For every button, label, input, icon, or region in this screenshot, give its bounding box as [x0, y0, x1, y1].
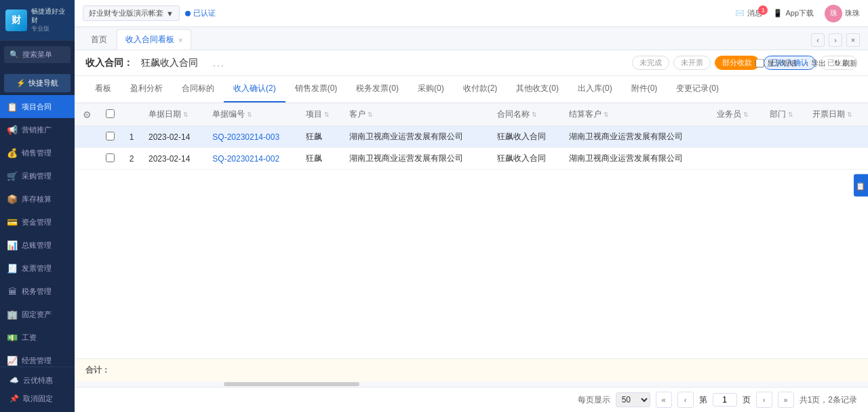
sidebar-cloud-deal[interactable]: ☁️ 云优特惠: [4, 371, 71, 390]
cell-invoicedate-2: [806, 148, 868, 170]
sidebar-search-area: 🔍 搜索菜单: [0, 41, 75, 69]
quick-nav-button[interactable]: ⚡ 快捷导航: [4, 74, 71, 92]
quick-nav-label: 快捷导航: [28, 78, 58, 88]
col-date[interactable]: 单据日期⇅: [142, 103, 205, 126]
sidebar-item-label-invoice: 发票管理: [22, 263, 52, 274]
search-menu-button[interactable]: 🔍 搜索菜单: [4, 46, 71, 63]
cell-contract-1: 狂飙收入合同: [490, 126, 563, 148]
refresh-button[interactable]: ↻ 刷新: [834, 58, 857, 68]
subtab-in-out-stock[interactable]: 出入库(0): [568, 76, 622, 102]
order-link-2[interactable]: SQ-20230214-002: [212, 154, 279, 164]
cell-project-2: 狂飙: [299, 148, 342, 170]
pill-uninvoiced[interactable]: 未开票: [673, 56, 711, 70]
horizontal-scrollbar[interactable]: [75, 381, 868, 387]
cell-settlement-2: 湖南卫视商业运营发展有限公司: [562, 148, 710, 170]
topbar-left: 好业财专业版演示帐套 ▼ 已认证: [83, 5, 216, 21]
order-link-1[interactable]: SQ-20230214-003: [212, 132, 279, 142]
scroll-thumb[interactable]: [224, 382, 359, 386]
company-name: 好业财专业版演示帐套: [89, 8, 163, 18]
contract-header: 收入合同： 狂飙收入合同 ... 未完成 未开票 部分收款 已收入确认 已生效 …: [75, 50, 868, 76]
subtab-contract-items[interactable]: 合同标的: [172, 76, 224, 102]
sidebar-item-label-purchase: 采购管理: [22, 171, 52, 181]
next-page-button[interactable]: ›: [756, 392, 772, 408]
message-button[interactable]: ✉️ 消息 1: [735, 8, 762, 18]
subtab-sales-invoice[interactable]: 销售发票(0): [285, 76, 347, 102]
sidebar-item-label-tax: 税务管理: [22, 286, 52, 297]
first-page-button[interactable]: «: [656, 392, 672, 408]
sidebar-item-label-finance: 资金管理: [22, 217, 52, 227]
sidebar-item-inventory[interactable]: 📦 库存核算: [0, 187, 75, 210]
sidebar-item-purchase[interactable]: 🛒 采购管理: [0, 164, 75, 187]
subtab-other-income[interactable]: 其他收支(0): [507, 76, 568, 102]
show-detail-checkbox[interactable]: [755, 58, 764, 67]
row-checkbox-1[interactable]: [106, 132, 115, 141]
sidebar-item-label-operations: 经营管理: [22, 356, 52, 366]
app-download-button[interactable]: 📱 App下载: [773, 8, 814, 18]
side-panel-label: 📋: [856, 181, 865, 190]
app-logo: 财 畅捷通好业财 专业版: [0, 0, 75, 41]
per-page-select[interactable]: 50 20 100: [616, 392, 650, 407]
sidebar-unpin[interactable]: 📌 取消固定: [4, 390, 71, 408]
col-order-no[interactable]: 单据编号⇅: [205, 103, 299, 126]
pill-partial-payment[interactable]: 部分收款: [715, 56, 760, 70]
subtab-tax-invoice[interactable]: 税务发票(0): [347, 76, 408, 102]
app-download-label: App下载: [785, 8, 814, 18]
tab-contract-board[interactable]: 收入合同看板 ×: [117, 29, 191, 50]
tab-next-button[interactable]: ›: [829, 33, 842, 47]
tab-close-button[interactable]: ×: [846, 33, 860, 47]
col-project[interactable]: 项目⇅: [299, 103, 342, 126]
user-menu[interactable]: 珠 珠珠: [825, 5, 860, 22]
sidebar-item-ledger[interactable]: 📊 总账管理: [0, 233, 75, 257]
page-number-input[interactable]: [713, 393, 737, 407]
pill-incomplete[interactable]: 未完成: [632, 56, 669, 70]
subtab-profit[interactable]: 盈利分析: [121, 76, 172, 102]
sidebar-item-icon-operations: 📈: [7, 355, 18, 366]
col-contract-name[interactable]: 合同名称⇅: [490, 103, 563, 126]
table-row[interactable]: 1 2023-02-14 SQ-20230214-003 狂飙 湖南卫视商业运营…: [75, 126, 868, 148]
show-detail-checkbox-label[interactable]: 显示明细: [755, 58, 797, 68]
topbar-right: ✉️ 消息 1 📱 App下载 珠 珠珠: [735, 5, 860, 22]
tab-close-icon[interactable]: ×: [178, 36, 182, 44]
sidebar-item-invoice[interactable]: 🧾 发票管理: [0, 257, 75, 280]
table-row[interactable]: 2 2023-02-14 SQ-20230214-002 狂飙 湖南卫视商业运营…: [75, 148, 868, 170]
subtab-dashboard[interactable]: 看板: [85, 76, 121, 102]
cell-project-1: 狂飙: [299, 126, 342, 148]
company-cert: 已认证: [185, 8, 216, 18]
col-dept[interactable]: 部门⇅: [763, 103, 806, 126]
subtab-revenue-confirm[interactable]: 收入确认(2): [224, 76, 285, 102]
sidebar-item-operations[interactable]: 📈 经营管理: [0, 349, 75, 367]
col-salesperson[interactable]: 业务员⇅: [710, 103, 763, 126]
col-customer[interactable]: 客户⇅: [342, 103, 490, 126]
unpin-icon: 📌: [9, 394, 19, 403]
sidebar-item-tax[interactable]: 🏛 税务管理: [0, 280, 75, 303]
sidebar-item-sales[interactable]: 💰 销售管理: [0, 141, 75, 164]
cell-customer-2: 湖南卫视商业运营发展有限公司: [342, 148, 490, 170]
sidebar-item-finance[interactable]: 💳 资金管理: [0, 210, 75, 233]
sidebar-item-payroll[interactable]: 💵 工资: [0, 326, 75, 349]
select-all-checkbox[interactable]: [106, 109, 115, 118]
sidebar-item-project-contract[interactable]: 📋 项目合同: [0, 95, 75, 118]
tab-home[interactable]: 首页: [83, 30, 115, 50]
more-button[interactable]: ...: [213, 58, 225, 69]
export-button[interactable]: ↑ 导出: [805, 58, 826, 68]
cell-orderno-1: SQ-20230214-003: [205, 126, 299, 148]
page-suffix-label: 页: [743, 394, 751, 406]
company-selector[interactable]: 好业财专业版演示帐套 ▼: [83, 5, 180, 21]
tab-prev-button[interactable]: ‹: [811, 33, 825, 47]
settings-icon[interactable]: ⚙: [83, 109, 92, 120]
last-page-button[interactable]: »: [778, 392, 794, 408]
col-invoice-date[interactable]: 开票日期⇅: [806, 103, 868, 126]
cell-invoicedate-1: [806, 126, 868, 148]
subtab-payment[interactable]: 收付款(2): [454, 76, 507, 102]
row-checkbox-2[interactable]: [106, 153, 115, 162]
sidebar-item-assets[interactable]: 🏢 固定资产: [0, 303, 75, 326]
col-settlement-customer[interactable]: 结算客户⇅: [562, 103, 710, 126]
subtab-attachments[interactable]: 附件(0): [622, 76, 667, 102]
prev-page-button[interactable]: ‹: [677, 392, 694, 408]
subtab-purchase[interactable]: 采购(0): [408, 76, 454, 102]
sidebar-item-icon-sales: 💰: [7, 147, 18, 158]
side-panel-button[interactable]: 📋: [854, 174, 868, 197]
sidebar-item-marketing[interactable]: 📢 营销推广: [0, 118, 75, 141]
sort-salesperson-icon: ⇅: [743, 111, 749, 118]
subtab-change-log[interactable]: 变更记录(0): [667, 76, 728, 102]
